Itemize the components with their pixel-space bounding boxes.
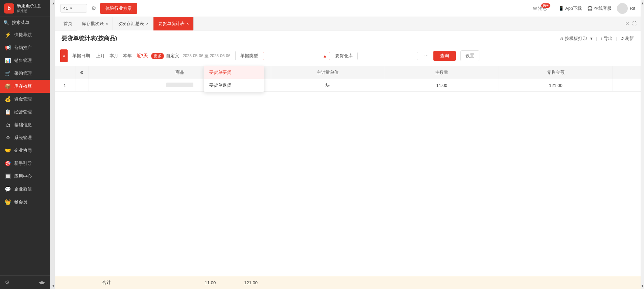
logo-icon: b [4, 3, 14, 14]
th-unit: 主计量单位 [271, 66, 385, 79]
tab-label: 库存批次账 [82, 21, 104, 27]
footer-label: 合计 [89, 280, 156, 286]
sidebar-nav: ⚡ 快捷导航 📢 营销推广 📊 销售管理 🛒 采购管理 📦 库存核算 💰 资金管… [0, 28, 50, 275]
type-chevron-up-icon[interactable]: ▲ [323, 53, 327, 59]
tab-close-icon[interactable]: × [146, 22, 148, 26]
app-download-button[interactable]: 📱 App下载 [558, 5, 582, 12]
more-options-icon[interactable]: ··· [424, 53, 429, 59]
tab-close-icon[interactable]: × [106, 22, 108, 26]
date-btn-7days[interactable]: 近7天 [135, 52, 149, 60]
purchase-icon: 🛒 [5, 70, 11, 76]
dropdown-icon[interactable]: ▾ [590, 36, 593, 41]
td-amount: 121.00 [499, 79, 613, 92]
dropdown-item-order-return[interactable]: 要货单退货 [204, 79, 264, 92]
tab-collect-summary[interactable]: 收发存汇总表 × [113, 17, 153, 30]
tab-inventory-batch[interactable]: 库存批次账 × [77, 17, 113, 30]
operations-icon: 📋 [5, 109, 11, 115]
table-area: ⚙ 商品 主计量单位 主数量 零售金额 1 [55, 66, 641, 276]
dropdown-item-order-goods[interactable]: 要货单要货 [204, 66, 264, 79]
search-menu[interactable]: 🔍 搜索菜单 [0, 17, 50, 28]
right-scroll-up[interactable]: ▲ [640, 0, 644, 6]
maximize-icon[interactable]: ⛶ [632, 21, 637, 26]
settings-button[interactable]: 设置 [460, 50, 479, 61]
messages-button[interactable]: ✉ 消息 99+ [533, 5, 547, 12]
sidebar-item-finance[interactable]: 💰 资金管理 [0, 93, 50, 106]
appstore-icon: 🔲 [5, 173, 11, 179]
messages-badge: 99+ [541, 3, 550, 8]
print-icon: 🖨 [559, 36, 564, 41]
scroll-up[interactable]: ▲ [50, 0, 55, 6]
tab-close-icon[interactable]: × [187, 22, 189, 26]
sales-icon: 📊 [5, 58, 11, 64]
tabbar: 首页 库存批次账 × 收发存汇总表 × 要货单统计表 × ✕ ⛶ [55, 17, 641, 30]
settings-icon[interactable]: ⚙ [5, 279, 9, 286]
sidebar-item-guide[interactable]: 🎯 新手引导 [0, 157, 50, 170]
content: 要货单统计表(按商品) 🖨 按模板打印 ▾ | ↑ 导出 | ↺ 刷新 [55, 30, 641, 289]
th-settings[interactable]: ⚙ [75, 66, 89, 79]
scroll-down[interactable]: ▼ [50, 283, 55, 289]
footer-amount: 121.00 [231, 280, 271, 285]
date-range-display: 2023-05-06 至 2023-06-06 [183, 53, 230, 59]
close-all-icon[interactable]: ✕ [625, 21, 629, 27]
search-icon: 🔍 [3, 20, 9, 25]
refresh-button[interactable]: ↺ 刷新 [620, 36, 634, 42]
headset-icon: 🎧 [587, 6, 593, 11]
date-more-button[interactable]: 更多 [151, 53, 164, 59]
sidebar-item-inventory[interactable]: 📦 库存核算 [0, 80, 50, 93]
sidebar-item-enterprise[interactable]: 🤝 企业协同 [0, 144, 50, 157]
td-unit: 块 [271, 79, 385, 92]
type-input[interactable]: ▲ [263, 52, 330, 60]
date-btn-this-year[interactable]: 本年 [122, 52, 133, 60]
topbar: 41 ▾ ⚙ 体验行业方案 ✉ 消息 99+ 📱 App下载 🎧 在线客服 R [55, 0, 641, 17]
tab-order-summary[interactable]: 要货单统计表 × [153, 17, 194, 30]
user-menu[interactable]: Rit [617, 3, 635, 14]
td-settings [75, 79, 89, 92]
sidebar-item-label: 营销推广 [14, 45, 32, 51]
sidebar-item-basic[interactable]: 🗂 基础信息 [0, 118, 50, 131]
sidebar-item-label: 新手引导 [14, 160, 32, 166]
product-blurred [166, 83, 193, 87]
date-btn-this-month[interactable]: 本月 [108, 52, 120, 60]
quick-nav-icon: ⚡ [5, 32, 11, 38]
basic-icon: 🗂 [5, 122, 11, 128]
type-input-field[interactable] [266, 53, 321, 59]
filter-bar: » 单据日期 上月 本月 本年 近7天 更多 自定义 2023-05-06 至 … [55, 46, 641, 66]
sidebar-item-system[interactable]: ⚙ 系统管理 [0, 131, 50, 144]
collapse-icon[interactable]: ◀▶ [39, 280, 45, 285]
online-service-button[interactable]: 🎧 在线客服 [587, 5, 612, 12]
sidebar-item-operations[interactable]: 📋 经营管理 [0, 106, 50, 118]
online-service-label: 在线客服 [594, 5, 612, 12]
finance-icon: 💰 [5, 96, 11, 102]
system-icon: ⚙ [5, 135, 11, 141]
sidebar-item-member[interactable]: 👑 畅会员 [0, 196, 50, 208]
company-selector[interactable]: 41 ▾ [60, 4, 87, 13]
filter-expand-button[interactable]: » [60, 49, 68, 62]
sidebar-item-appstore[interactable]: 🔲 应用中心 [0, 170, 50, 183]
query-button[interactable]: 查询 [433, 51, 456, 61]
date-custom-button[interactable]: 自定义 [166, 53, 179, 59]
warehouse-input-field[interactable] [360, 53, 415, 59]
table-footer: 合计 11.00 121.00 [55, 276, 641, 289]
print-template-button[interactable]: 🖨 按模板打印 [559, 36, 587, 42]
right-scroll-down[interactable]: ▼ [640, 283, 644, 289]
sidebar-item-sales[interactable]: 📊 销售管理 [0, 54, 50, 67]
user-avatar [617, 3, 628, 14]
topbar-gear-icon[interactable]: ⚙ [91, 5, 96, 12]
trial-button[interactable]: 体验行业方案 [100, 3, 137, 14]
page-title: 要货单统计表(按商品) [62, 35, 117, 42]
app-name: 畅捷通好生意 [17, 3, 41, 9]
sidebar-item-label: 应用中心 [14, 173, 32, 179]
tab-home[interactable]: 首页 [59, 17, 77, 30]
column-settings-icon[interactable]: ⚙ [80, 70, 84, 75]
warehouse-input[interactable] [357, 52, 418, 60]
sidebar-item-quick-nav[interactable]: ⚡ 快捷导航 [0, 28, 50, 41]
warehouse-label: 要货仓库 [335, 53, 353, 59]
sidebar-item-wechat[interactable]: 💬 企业微信 [0, 183, 50, 196]
sidebar-item-purchase[interactable]: 🛒 采购管理 [0, 67, 50, 80]
export-button[interactable]: ↑ 导出 [600, 36, 613, 42]
page-actions: 🖨 按模板打印 ▾ | ↑ 导出 | ↺ 刷新 [559, 36, 634, 42]
td-quantity: 11.00 [385, 79, 499, 92]
date-btn-last-month[interactable]: 上月 [95, 52, 106, 60]
sidebar-item-marketing[interactable]: 📢 营销推广 [0, 41, 50, 54]
sidebar: b 畅捷通好生意 标准版 🔍 搜索菜单 ⚡ 快捷导航 📢 营销推广 📊 销售管理… [0, 0, 50, 289]
